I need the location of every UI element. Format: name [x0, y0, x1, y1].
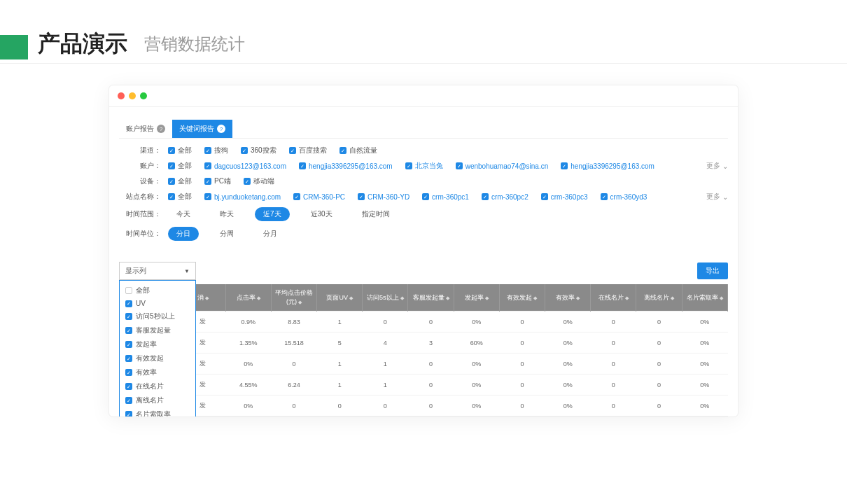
checkbox-option[interactable]: ✓crm-360pc2 — [482, 193, 528, 201]
checkbox-option[interactable]: ✓搜狗 — [204, 146, 228, 155]
checkbox-icon: ✓ — [456, 162, 463, 169]
table-cell: 0 — [499, 374, 545, 396]
time-range-option[interactable]: 今天 — [168, 207, 199, 221]
checkbox-icon: ✓ — [204, 147, 211, 154]
sort-icon[interactable]: ◆ — [298, 300, 302, 304]
column-select-button[interactable]: 显示列 — [119, 262, 196, 280]
table-header-cell[interactable]: 有效率◆ — [545, 284, 591, 312]
checkbox-option[interactable]: ✓hengjia3396295@163.com — [561, 162, 654, 170]
column-option[interactable]: ✓客服发起量 — [120, 323, 195, 337]
checkbox-icon: ✓ — [358, 193, 365, 200]
sort-icon[interactable]: ◆ — [205, 295, 209, 300]
table-cell: 0% — [545, 396, 591, 416]
table-header-cell[interactable]: 在线名片◆ — [591, 284, 636, 312]
export-button[interactable]: 导出 — [697, 262, 728, 279]
sort-icon[interactable]: ◆ — [446, 295, 449, 300]
checkbox-option[interactable]: ✓北京当兔 — [405, 161, 443, 171]
time-unit-option[interactable]: 分日 — [168, 227, 199, 241]
table-header-cell[interactable]: 客服发起量◆ — [408, 284, 454, 312]
checkbox-option[interactable]: ✓crm-360yd3 — [601, 193, 648, 201]
checkbox-option[interactable]: ✓CRM-360-YD — [358, 193, 410, 201]
help-icon[interactable]: ? — [217, 125, 225, 133]
sort-icon[interactable]: ◆ — [720, 295, 723, 300]
column-option[interactable]: ✓名片索取率 — [120, 407, 195, 417]
time-range-option[interactable]: 近7天 — [255, 207, 290, 221]
sort-icon[interactable]: ◆ — [671, 295, 674, 300]
checkbox-option[interactable]: ✓百度搜索 — [289, 146, 327, 155]
checkbox-icon: ✓ — [422, 193, 429, 200]
checkbox-icon: ✓ — [244, 178, 251, 185]
table-cell: 60% — [454, 332, 499, 354]
table-cell: 1 — [317, 374, 363, 396]
page-title: 产品演示 — [38, 29, 127, 59]
time-range-option[interactable]: 昨天 — [211, 207, 242, 221]
checkbox-icon: ✓ — [125, 383, 132, 390]
tab-keyword-report[interactable]: 关键词报告 ? — [172, 120, 232, 138]
minimize-icon[interactable] — [129, 92, 136, 99]
maximize-icon[interactable] — [140, 92, 147, 99]
table-cell: 0 — [636, 374, 682, 396]
table-header-cell[interactable]: 有效发起◆ — [499, 284, 545, 312]
column-option[interactable]: ✓离线名片 — [120, 393, 195, 407]
sort-icon[interactable]: ◆ — [533, 295, 537, 300]
checkbox-option[interactable]: ✓自然流量 — [340, 146, 377, 155]
column-option[interactable]: ✓有效率 — [120, 365, 195, 379]
help-icon[interactable]: ? — [157, 125, 165, 133]
data-table: 账户消◆点击率◆平均点击价格(元)◆页面UV◆访问5s以上◆客服发起量◆发起率◆… — [119, 284, 728, 416]
header-label: 在线名片 — [598, 294, 624, 301]
checkbox-option[interactable]: ✓360搜索 — [241, 146, 276, 155]
checkbox-option[interactable]: ✓bj.yunduoketang.com — [204, 193, 281, 201]
checkbox-option[interactable]: ✓crm-360pc3 — [541, 193, 588, 201]
column-option[interactable]: ✓有效发起 — [120, 351, 195, 365]
table-header-cell[interactable]: 点击率◆ — [225, 284, 271, 312]
close-icon[interactable] — [118, 92, 125, 99]
table-header-cell[interactable]: 离线名片◆ — [636, 284, 682, 312]
checkbox-label: crm-360yd3 — [610, 193, 648, 201]
table-header-cell[interactable]: 页面UV◆ — [317, 284, 363, 312]
checkbox-option[interactable]: ✓PC端 — [204, 176, 231, 186]
table-header-cell[interactable]: 发起率◆ — [454, 284, 499, 312]
table-cell: 0 — [591, 312, 636, 332]
checkbox-option[interactable]: ✓全部 — [168, 176, 192, 186]
time-unit-option[interactable]: 分周 — [211, 227, 242, 241]
sort-icon[interactable]: ◆ — [485, 295, 489, 300]
column-option[interactable]: ✓在线名片 — [120, 379, 195, 393]
table-row: bj-云朵课堂发0%01100%00%000% — [119, 354, 728, 374]
checkbox-option[interactable]: ✓全部 — [168, 161, 192, 171]
more-toggle[interactable]: 更多 — [706, 161, 728, 171]
page-header: 产品演示 营销数据统计 — [0, 0, 847, 64]
more-toggle[interactable]: 更多 — [706, 192, 728, 202]
sort-icon[interactable]: ◆ — [576, 295, 580, 300]
column-option[interactable]: ✓访问5秒以上 — [120, 309, 195, 323]
table-header-cell[interactable]: 名片索取率◆ — [682, 284, 727, 312]
time-range-option[interactable]: 指定时间 — [354, 207, 398, 221]
time-range-option[interactable]: 近30天 — [302, 207, 341, 221]
checkbox-option[interactable]: ✓全部 — [168, 192, 192, 202]
column-option[interactable]: ✓UV — [120, 298, 195, 309]
checkbox-option[interactable]: ✓移动端 — [244, 176, 274, 186]
column-option[interactable]: ✓发起率 — [120, 337, 195, 351]
column-option-label: 有效率 — [136, 368, 157, 377]
time-unit-option[interactable]: 分月 — [255, 227, 286, 241]
more-label: 更多 — [706, 192, 720, 202]
table-cell: 0% — [225, 396, 271, 416]
table-header-cell[interactable]: 访问5s以上◆ — [363, 284, 408, 312]
checkbox-option[interactable]: ✓hengjia3396295@163.com — [299, 162, 393, 170]
checkbox-option[interactable]: ✓dagcuos123@163.com — [204, 162, 286, 170]
checkbox-option[interactable]: ✓wenbohuamao74@sina.cn — [456, 162, 549, 170]
sort-icon[interactable]: ◆ — [349, 295, 353, 300]
column-dropdown[interactable]: 全部✓UV✓访问5秒以上✓客服发起量✓发起率✓有效发起✓有效率✓在线名片✓离线名… — [119, 280, 196, 417]
column-option[interactable]: 全部 — [120, 284, 195, 298]
checkbox-option[interactable]: ✓crm-360pc1 — [422, 193, 469, 201]
sort-icon[interactable]: ◆ — [400, 295, 404, 300]
filter-device: 设备： ✓全部✓PC端✓移动端 — [119, 176, 728, 186]
sort-icon[interactable]: ◆ — [625, 295, 629, 300]
tab-account-report[interactable]: 账户报告 ? — [119, 120, 172, 138]
report-tabs: 账户报告 ? 关键词报告 ? — [119, 120, 728, 139]
checkbox-icon: ✓ — [168, 193, 175, 200]
sort-icon[interactable]: ◆ — [257, 295, 260, 300]
checkbox-option[interactable]: ✓CRM-360-PC — [293, 193, 345, 201]
table-header-cell[interactable]: 平均点击价格(元)◆ — [271, 284, 316, 312]
column-option-label: 有效发起 — [136, 354, 164, 363]
checkbox-option[interactable]: ✓全部 — [168, 146, 192, 155]
